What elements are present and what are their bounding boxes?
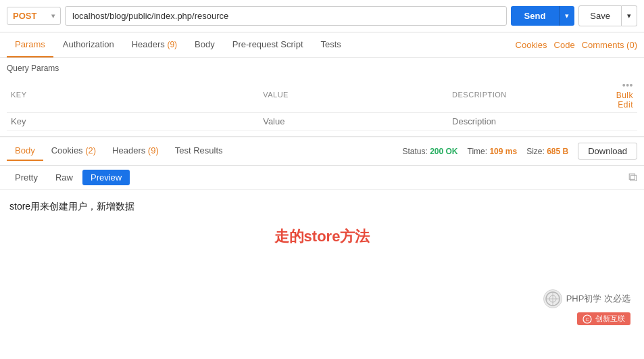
response-main-text: store用来创建用户，新增数据 [9,201,635,213]
chuangxin-icon: C [583,314,592,324]
request-tabs: Params Authorization Headers (9) Body Pr… [0,32,644,58]
watermark-php: PHP初学 次必选 [543,289,630,308]
response-status-info: Status: 200 OK Time: 109 ms Size: 685 B … [402,143,637,160]
tab-body[interactable]: Body [187,32,223,57]
tab-pre-request-script[interactable]: Pre-request Script [224,32,312,57]
response-red-text: 走的store方法 [9,226,635,247]
response-body: store用来创建用户，新增数据 走的store方法 PHP初学 次必选 [0,190,644,339]
cookies-link[interactable]: Cookies [516,40,547,50]
col-key-header: KEY [7,77,259,113]
resp-tab-headers[interactable]: Headers (9) [104,141,167,161]
top-bar: POST ▾ Send ▾ Save ▾ [0,0,644,32]
status-value: 200 OK [430,147,457,156]
watermark-svg-icon [545,291,560,306]
send-btn-group: Send ▾ [511,6,575,26]
status-label: Status: 200 OK [402,147,457,156]
query-params-section: Query Params KEY VALUE DESCRIPTION ••• B… [0,58,644,137]
watermark-chuangxin: C 创新互联 [577,312,630,325]
code-link[interactable]: Code [554,40,575,50]
comments-link[interactable]: Comments (0) [582,40,637,50]
value-cell[interactable] [259,113,448,130]
copy-icon[interactable]: ⧉ [628,170,637,185]
resp-tab-cookies[interactable]: Cookies (2) [43,141,104,161]
response-area: Body Cookies (2) Headers (9) Test Result… [0,137,644,339]
tab-tests[interactable]: Tests [313,32,349,57]
resp-headers-badge: (9) [148,145,159,155]
resp-tab-body[interactable]: Body [7,141,43,161]
more-icon[interactable]: ••• [622,80,633,91]
watermark-area: PHP初学 次必选 C 创新互联 [543,289,630,325]
tab-headers[interactable]: Headers (9) [124,32,185,57]
headers-badge: (9) [167,40,177,49]
time-label: Time: 109 ms [468,147,518,156]
format-tabs: Pretty Raw Preview ⧉ [0,166,644,190]
watermark-logo-icon [543,289,562,308]
method-select[interactable]: POST ▾ [7,7,61,25]
response-tabs: Body Cookies (2) Headers (9) Test Result… [7,141,231,161]
value-input[interactable] [263,116,444,126]
save-button[interactable]: Save [578,5,622,26]
query-params-title: Query Params [7,64,637,73]
col-value-header: VALUE [259,77,448,113]
key-cell[interactable] [7,113,259,130]
table-row [7,113,637,130]
url-input[interactable] [65,6,507,26]
method-chevron-icon: ▾ [51,12,55,20]
description-input[interactable] [452,116,601,126]
size-value: 685 B [547,147,568,156]
save-btn-group: Save ▾ [578,5,637,26]
watermark-php-text: PHP初学 次必选 [566,293,630,305]
send-button[interactable]: Send [511,6,560,26]
save-dropdown-button[interactable]: ▾ [622,5,637,26]
resp-tab-test-results[interactable]: Test Results [167,141,231,161]
tab-params[interactable]: Params [7,32,53,57]
tab-authorization[interactable]: Authorization [55,32,122,57]
time-value: 109 ms [489,147,517,156]
download-button[interactable]: Download [578,143,637,160]
desc-cell[interactable] [448,113,605,130]
tab-right-links: Cookies Code Comments (0) [516,40,637,50]
bulk-edit-button[interactable]: Bulk Edit [616,91,633,110]
cookies-badge: (2) [85,145,96,155]
send-dropdown-button[interactable]: ▾ [559,6,574,26]
params-table: KEY VALUE DESCRIPTION ••• Bulk Edit [7,77,637,130]
svg-text:C: C [585,317,589,322]
response-top-bar: Body Cookies (2) Headers (9) Test Result… [0,137,644,166]
format-tab-raw[interactable]: Raw [47,170,81,185]
format-tab-preview[interactable]: Preview [82,170,130,185]
format-tab-pretty[interactable]: Pretty [7,170,46,185]
row-actions [605,113,637,130]
watermark-chuangxin-text: 创新互联 [595,314,625,324]
col-desc-header: DESCRIPTION [448,77,605,113]
key-input[interactable] [11,116,255,126]
method-label: POST [13,11,36,21]
col-actions-header: ••• Bulk Edit [605,77,637,113]
size-label: Size: 685 B [526,147,568,156]
